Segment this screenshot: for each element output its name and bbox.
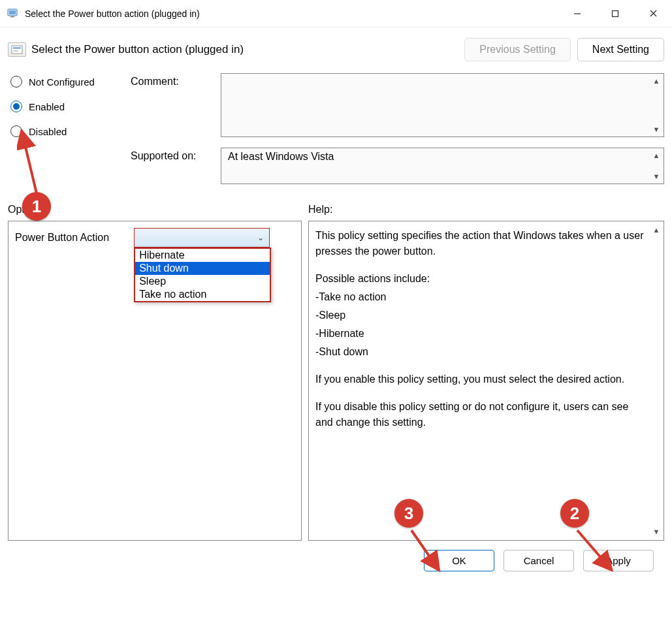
radio-circle-icon — [10, 101, 22, 112]
svg-rect-8 — [13, 47, 21, 49]
chevron-down-icon: ⌄ — [257, 233, 264, 242]
minimize-button[interactable] — [558, 0, 596, 27]
help-text: -Take no action — [315, 289, 648, 305]
help-panel: This policy setting specifies the action… — [308, 221, 664, 541]
dropdown-item-shut-down[interactable]: Shut down — [135, 262, 270, 275]
help-text: This policy setting specifies the action… — [315, 228, 648, 259]
help-text: -Shut down — [315, 344, 648, 360]
titlebar: Select the Power button action (plugged … — [0, 0, 672, 27]
close-button[interactable] — [634, 0, 672, 27]
radio-circle-icon — [10, 125, 22, 137]
help-text: If you enable this policy setting, you m… — [315, 372, 648, 387]
annotation-badge-3: 3 — [394, 499, 423, 528]
dialog-buttons: OK Cancel Apply — [8, 541, 664, 571]
apply-button[interactable]: Apply — [583, 550, 654, 571]
header-row: Select the Power button action (plugged … — [8, 34, 664, 73]
supported-text: At least Windows Vista — [228, 151, 334, 162]
supported-field: At least Windows Vista ▲ ▼ — [221, 148, 664, 184]
svg-rect-9 — [13, 50, 18, 52]
ok-button[interactable]: OK — [424, 550, 494, 571]
state-radios: Not Configured Enabled Disabled — [8, 73, 125, 184]
options-panel: Power Button Action ⌄ Hibernate Shut dow… — [8, 221, 302, 541]
comment-label: Comment: — [131, 73, 216, 137]
power-button-action-dropdown[interactable]: ⌄ Hibernate Shut down Sleep Take no acti… — [134, 228, 270, 248]
radio-circle-icon — [10, 76, 22, 88]
policy-icon — [8, 42, 26, 57]
svg-rect-4 — [613, 10, 618, 16]
policy-title: Select the Power button action (plugged … — [31, 43, 458, 56]
help-label: Help: — [308, 204, 332, 216]
next-setting-button[interactable]: Next Setting — [577, 38, 664, 61]
power-button-action-label: Power Button Action — [15, 228, 131, 244]
dropdown-item-hibernate[interactable]: Hibernate — [135, 249, 270, 262]
app-icon — [7, 7, 20, 20]
help-text: Possible actions include: — [315, 271, 648, 287]
scroll-down-icon[interactable]: ▼ — [652, 125, 661, 134]
svg-rect-1 — [9, 10, 16, 14]
svg-rect-7 — [12, 46, 22, 54]
svg-rect-2 — [10, 16, 14, 18]
help-text: -Hibernate — [315, 326, 648, 342]
maximize-button[interactable] — [596, 0, 634, 27]
annotation-badge-1: 1 — [22, 192, 51, 221]
radio-label: Not Configured — [29, 76, 95, 88]
scroll-down-icon[interactable]: ▼ — [652, 527, 661, 536]
options-label: Options: — [8, 204, 308, 216]
window-controls — [558, 0, 672, 27]
dropdown-toggle[interactable]: ⌄ — [134, 228, 270, 248]
help-text: -Sleep — [315, 308, 648, 323]
comment-field[interactable]: ▲ ▼ — [221, 73, 664, 137]
radio-enabled[interactable]: Enabled — [10, 101, 125, 112]
radio-disabled[interactable]: Disabled — [10, 125, 125, 137]
annotation-badge-2: 2 — [560, 499, 589, 528]
window-title: Select the Power button action (plugged … — [25, 8, 558, 19]
scroll-up-icon[interactable]: ▲ — [652, 225, 661, 234]
scroll-up-icon[interactable]: ▲ — [652, 151, 661, 160]
dropdown-item-sleep[interactable]: Sleep — [135, 275, 270, 288]
dropdown-item-take-no-action[interactable]: Take no action — [135, 288, 270, 301]
radio-not-configured[interactable]: Not Configured — [10, 76, 125, 88]
scroll-down-icon[interactable]: ▼ — [652, 172, 661, 181]
scroll-up-icon[interactable]: ▲ — [652, 76, 661, 86]
help-text: If you disable this policy setting or do… — [315, 399, 648, 430]
radio-label: Enabled — [29, 101, 65, 112]
previous-setting-button[interactable]: Previous Setting — [464, 38, 571, 61]
dropdown-list: Hibernate Shut down Sleep Take no action — [134, 248, 271, 302]
radio-label: Disabled — [29, 126, 67, 137]
cancel-button[interactable]: Cancel — [504, 550, 574, 571]
supported-label: Supported on: — [131, 148, 216, 184]
